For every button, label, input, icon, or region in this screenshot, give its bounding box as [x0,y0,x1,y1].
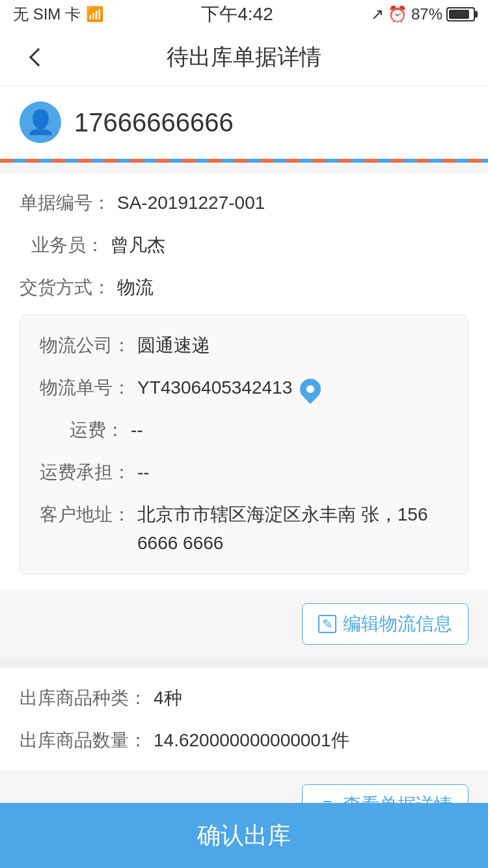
confirm-btn-label: 确认出库 [197,820,291,852]
freight-bearer-row: 运费承担： -- [40,458,448,487]
logistics-tracking-label: 物流单号： [40,373,131,403]
avatar: 👤 [20,102,61,143]
order-info-section: 单据编号： SA-20191227-001 业务员： 曾凡杰 交货方式： 物流 … [0,173,488,590]
address-row: 客户地址： 北京市市辖区海淀区永丰南 张，156 6666 6666 [40,500,448,559]
delivery-row: 交货方式： 物流 [20,273,468,303]
order-no-row: 单据编号： SA-20191227-001 [20,189,468,218]
goods-quantity-row: 出库商品数量： 14.620000000000001件 [20,726,468,755]
logistics-tracking-value: YT43064053424​13 [137,373,448,403]
logistics-company-row: 物流公司： 圆通速递 [40,331,448,360]
customer-phone: 17666666666 [74,108,234,137]
edit-btn-row: 编辑物流信息 [0,603,488,658]
goods-quantity-value: 14.620000000000001件 [154,726,349,755]
goods-quantity-label: 出库商品数量： [20,726,147,755]
logistics-tracking-row: 物流单号： YT43064053424​13 [40,373,448,403]
freight-bearer-label: 运费承担： [40,458,131,487]
salesman-value: 曾凡杰 [111,231,468,260]
salesman-label: 业务员： [20,231,104,260]
content-area: 👤 17666666666 单据编号： SA-20191227-001 业务员：… [0,86,488,868]
address-label: 客户地址： [40,500,131,530]
address-value: 北京市市辖区海淀区永丰南 张，156 6666 6666 [137,500,448,559]
delivery-label: 交货方式： [20,273,111,303]
tracking-number-text: YT43064053424​13 [137,373,292,403]
status-bar: 无 SIM 卡 📶 下午4:42 ↗ ⏰ 87% [0,0,488,29]
person-icon: 👤 [26,109,55,136]
order-no-value: SA-20191227-001 [117,189,468,218]
back-arrow-icon [29,47,47,66]
logistics-company-label: 物流公司： [40,331,131,360]
dashed-separator [0,159,488,163]
carrier-text: 无 SIM 卡 [13,4,81,25]
status-right: ↗ ⏰ 87% [371,5,475,23]
freight-row: 运费： -- [40,416,448,445]
goods-types-row: 出库商品种类： 4种 [20,684,468,713]
edit-logistics-button[interactable]: 编辑物流信息 [302,603,468,645]
salesman-row: 业务员： 曾凡杰 [20,231,468,260]
status-time: 下午4:42 [201,2,273,27]
freight-label: 运费： [40,416,124,445]
customer-header: 👤 17666666666 [0,86,488,159]
freight-bearer-value: -- [137,458,448,487]
goods-types-label: 出库商品种类： [20,684,147,713]
alarm-icon: ⏰ [388,5,407,23]
logistics-card: 物流公司： 圆通速递 物流单号： YT43064053424​13 运费： --… [20,315,468,575]
goods-types-value: 4种 [154,684,182,713]
section-divider [0,658,488,668]
nav-bar: 待出库单据详情 [0,29,488,86]
order-no-label: 单据编号： [20,189,111,218]
logistics-company-value: 圆通速递 [137,331,448,360]
confirm-outbound-button[interactable]: 确认出库 [0,803,488,868]
battery-icon [446,7,475,21]
location-service-icon: ↗ [371,5,384,23]
edit-logistics-label: 编辑物流信息 [343,612,452,636]
status-left: 无 SIM 卡 📶 [13,4,103,25]
location-icon[interactable] [296,374,325,403]
back-button[interactable] [20,41,52,74]
wifi-icon: 📶 [86,6,103,23]
page-title: 待出库单据详情 [52,42,436,72]
battery-text: 87% [411,5,442,23]
edit-icon [318,615,336,633]
delivery-value: 物流 [117,273,468,303]
freight-value: -- [131,416,448,445]
goods-section: 出库商品种类： 4种 出库商品数量： 14.620000000000001件 [0,668,488,771]
